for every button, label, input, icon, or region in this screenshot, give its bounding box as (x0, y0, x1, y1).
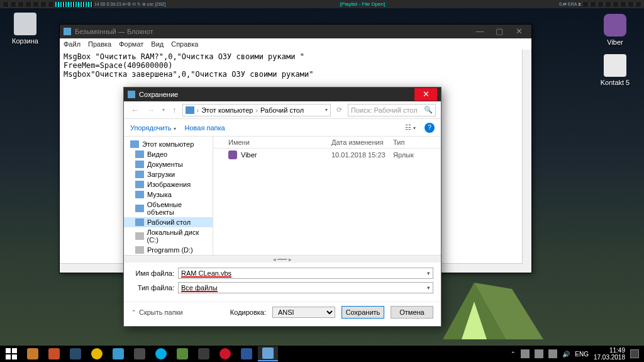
tray-chevron-icon[interactable]: ⌃ (511, 351, 516, 357)
col-type[interactable]: Тип (393, 139, 404, 146)
tb-app[interactable] (172, 346, 192, 361)
save-button[interactable]: Сохранить (341, 306, 384, 319)
wb-ctrl[interactable] (635, 1, 641, 8)
tb-app[interactable] (194, 346, 214, 361)
menu-edit[interactable]: Правка (88, 40, 111, 48)
sidebar-item[interactable]: Документы (124, 159, 213, 169)
tb-word[interactable] (236, 346, 257, 361)
hide-folders-toggle[interactable]: ⌃ Скрыть папки (131, 308, 183, 316)
filetype-select[interactable]: Все файлы (178, 282, 433, 293)
col-name[interactable]: Имени (218, 139, 331, 146)
sidebar-item[interactable]: Видео (124, 149, 213, 159)
breadcrumb[interactable]: › Этот компьютер › Рабочий стол ▾ (182, 104, 331, 116)
sidebar-item[interactable]: Изображения (124, 179, 213, 189)
search-icon: 🔍 (424, 106, 433, 114)
organize-button[interactable]: Упорядочить ▾ (130, 124, 176, 132)
sidebar-header[interactable]: Этот компьютер (124, 139, 213, 149)
folder-icon (135, 232, 144, 240)
sidebar-item[interactable]: Музыка (124, 189, 213, 200)
file-list: Имени Дата изменения Тип Viber10.01.2018… (213, 137, 441, 255)
sidebar-item[interactable]: Programm (D:) (124, 245, 213, 255)
notepad-title: Безымянный — Блокнот (75, 28, 153, 35)
notepad-titlebar[interactable]: Безымянный — Блокнот — ▢ ✕ (60, 25, 531, 38)
wb-ctrl[interactable] (597, 1, 604, 8)
search-input[interactable]: Поиск: Рабочий стол 🔍 (348, 104, 436, 116)
menu-view[interactable]: Вид (151, 40, 164, 48)
tb-app[interactable] (44, 346, 64, 361)
sidebar-item[interactable]: Объемные объекты (124, 200, 213, 217)
menu-help[interactable]: Справка (171, 40, 198, 48)
wb-ctrl[interactable] (605, 1, 611, 8)
start-button[interactable] (1, 346, 21, 361)
tb-notepad[interactable] (258, 346, 278, 361)
wb-ctrl[interactable] (628, 1, 634, 8)
tb-app[interactable] (65, 346, 86, 361)
tb-app[interactable] (87, 346, 107, 361)
wb-ctrl[interactable] (613, 1, 619, 8)
player-title: [Playlist - File Open] (167, 1, 558, 7)
sidebar-item[interactable]: Загрузки (124, 169, 213, 179)
file-row[interactable]: Viber10.01.2018 15:23Ярлык (213, 149, 441, 161)
wb-ctrl[interactable] (590, 1, 596, 8)
close-button[interactable]: ✕ (510, 25, 528, 38)
refresh-button[interactable]: ⟳ (335, 106, 344, 114)
col-date[interactable]: Дата изменения (331, 139, 393, 146)
wb-ctrl[interactable] (18, 1, 24, 8)
volume-icon[interactable]: 🔊 (562, 351, 570, 358)
sidebar-item[interactable]: Локальный диск (C:) (124, 227, 213, 245)
network-icon[interactable] (548, 349, 557, 358)
recent-button[interactable]: ▾ (160, 107, 167, 113)
player-status: 14 00 0:38:23 A+B ⟲ ↻ ⊕ osc [ZBZ] (94, 2, 166, 7)
kontakt-shortcut[interactable]: Kontakt 5 (597, 54, 633, 86)
tb-app[interactable] (23, 346, 43, 361)
tray-icon[interactable] (535, 349, 543, 358)
tb-app[interactable] (130, 346, 150, 361)
wb-ctrl[interactable] (10, 1, 16, 8)
save-icon (128, 91, 135, 98)
wb-ctrl[interactable] (33, 1, 39, 8)
tb-opera[interactable] (215, 346, 235, 361)
sidebar-item[interactable]: Рабочий стол (124, 217, 213, 227)
file-icon (228, 150, 237, 159)
language-indicator[interactable]: ENG (575, 351, 589, 358)
up-button[interactable]: ↑ (170, 105, 179, 115)
close-button[interactable]: ✕ (414, 88, 437, 101)
wb-ctrl[interactable] (48, 1, 54, 8)
filename-label: Имя файла: (131, 269, 174, 277)
save-dialog: Сохранение ✕ ← → ▾ ↑ › Этот компьютер › … (123, 87, 441, 327)
minimize-button[interactable]: — (471, 25, 489, 38)
h-scrollbar[interactable]: ◂ ━━━ ▸ (124, 255, 441, 263)
tray-icon[interactable] (521, 349, 530, 358)
help-button[interactable]: ? (425, 123, 435, 133)
folder-icon (135, 191, 144, 198)
maximize-button[interactable]: ▢ (491, 25, 508, 38)
notifications-icon[interactable] (630, 349, 639, 358)
save-titlebar[interactable]: Сохранение ✕ (124, 88, 441, 101)
folder-icon (135, 218, 144, 226)
back-button[interactable]: ← (129, 105, 141, 115)
wb-ctrl[interactable] (40, 1, 47, 8)
wb-ctrl[interactable] (3, 1, 9, 8)
pc-icon (130, 140, 139, 148)
svg-rect-5 (6, 354, 11, 359)
tb-app[interactable] (151, 346, 171, 361)
system-tray: ⌃ 🔊 ENG 11:4917.03.2018 (511, 347, 643, 361)
wb-ctrl[interactable] (582, 1, 589, 8)
filename-input[interactable]: RAM CLean.vbs (178, 268, 433, 279)
wb-ctrl[interactable] (25, 1, 31, 8)
clock[interactable]: 11:4917.03.2018 (594, 347, 625, 361)
cancel-button[interactable]: Отмена (391, 306, 433, 319)
viber-shortcut[interactable]: Viber (597, 14, 633, 46)
taskbar: ⌃ 🔊 ENG 11:4917.03.2018 (0, 346, 644, 362)
view-button[interactable]: ☷ ▾ (405, 123, 416, 132)
wb-ctrl[interactable] (620, 1, 626, 8)
new-folder-button[interactable]: Новая папка (185, 124, 225, 132)
menu-file[interactable]: Файл (64, 40, 80, 48)
save-sidebar: Этот компьютер ВидеоДокументыЗагрузкиИзо… (124, 137, 213, 255)
forward-button[interactable]: → (145, 105, 157, 115)
menu-format[interactable]: Формат (119, 40, 143, 48)
tb-app[interactable] (108, 346, 128, 361)
svg-rect-4 (12, 348, 17, 353)
encoding-select[interactable]: ANSI (272, 307, 335, 318)
recycle-bin-icon[interactable]: Корзина (8, 13, 43, 45)
